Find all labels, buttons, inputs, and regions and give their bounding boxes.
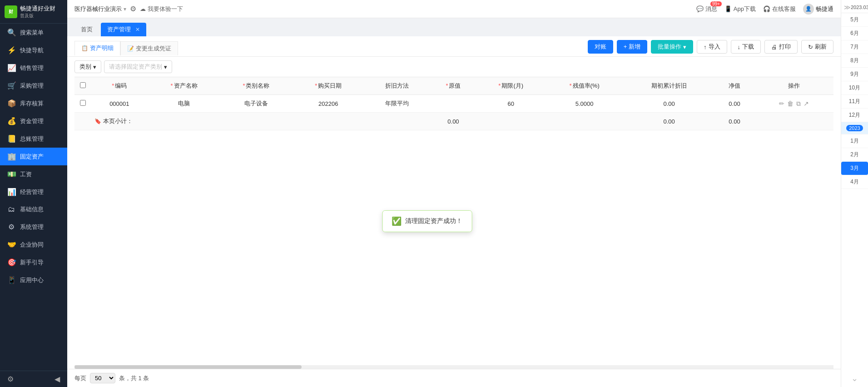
experience-btn[interactable]: ☁ 我要体验一下 [140, 5, 183, 13]
col-code: *编码 [91, 77, 148, 95]
filter-left: 类别 ▾ 请选择固定资产类别 ▾ [74, 60, 172, 73]
tab-assets[interactable]: 资产管理 ✕ [101, 23, 146, 36]
subtab-change-voucher[interactable]: 📝 变更生成凭证 [120, 41, 178, 55]
copy-icon[interactable]: ⧉ [796, 100, 801, 108]
logo-text: 畅捷通好业财 [20, 5, 55, 13]
payroll-icon: 💵 [7, 170, 15, 179]
sidebar-item-search[interactable]: 🔍 搜索菜单 [0, 24, 67, 41]
sidebar-item-ledger[interactable]: 📒 总账管理 [0, 130, 67, 148]
rp-month-1[interactable]: 1月 [841, 134, 868, 148]
rp-month-12[interactable]: 12月 [841, 109, 868, 122]
sidebar-item-assets[interactable]: 🏢 固定资产 [0, 148, 67, 165]
sidebar-item-label: 经营管理 [20, 188, 44, 196]
apps-icon: 📱 [7, 276, 15, 284]
rp-month-6[interactable]: 6月 [841, 27, 868, 40]
table-wrap: *编码 *资产名称 *类别名称 *购买日期 折旧方法 *原值 *期限(月) *残… [67, 77, 841, 365]
rp-month-7[interactable]: 7月 [841, 40, 868, 54]
per-page-select[interactable]: 50 10 20 100 [90, 373, 115, 383]
col-period: *期限(月) [477, 77, 545, 95]
account-btn[interactable]: 对账 [588, 40, 613, 54]
total-label: 条，共 1 条 [119, 374, 149, 382]
sidebar-item-label: 快捷导航 [20, 46, 44, 55]
col-residual-rate: *残值率(%) [545, 77, 624, 95]
rp-year-label: 2023.03 [851, 5, 868, 10]
sidebar-item-purchase[interactable]: 🛒 采购管理 [0, 77, 67, 94]
horizontal-scrollbar[interactable] [74, 365, 833, 369]
rp-year-marker[interactable]: 2023 [841, 122, 868, 134]
assets-icon: 🏢 [7, 152, 15, 161]
refresh-btn[interactable]: ↻ 刷新 [801, 40, 833, 54]
category-filter: 类别 ▾ 请选择固定资产类别 ▾ [74, 60, 172, 73]
sidebar-item-guide[interactable]: 🎯 新手引导 [0, 253, 67, 271]
import-icon: ↑ [704, 44, 707, 50]
scrollbar-thumb[interactable] [74, 365, 302, 369]
topbar-left: 医疗器械行业演示 ▾ ⚙ ☁ 我要体验一下 [74, 5, 183, 13]
category-select[interactable]: 类别 ▾ [74, 60, 101, 73]
subtabs: 📋 资产明细 📝 变更生成凭证 对账 + 新增 批量操作 ▾ ↑ 导入 [67, 36, 841, 57]
search-icon: 🔍 [7, 28, 15, 37]
new-btn[interactable]: + 新增 [617, 40, 647, 54]
rp-month-3[interactable]: 3月 [841, 162, 868, 175]
sidebar-item-inventory[interactable]: 📦 库存核算 [0, 94, 67, 112]
topbar-settings-icon[interactable]: ⚙ [130, 5, 136, 13]
cell-dep-method: 年限平均 [364, 95, 430, 113]
cloud-icon: ☁ [140, 5, 146, 12]
sidebar-logo: 财 畅捷通好业财 普及版 [0, 0, 67, 24]
import-btn[interactable]: ↑ 导入 [697, 40, 727, 54]
sidebar-item-enterprise[interactable]: 🤝 企业协同 [0, 236, 67, 253]
cell-purchase-date: 202206 [292, 95, 364, 113]
cell-name: 电脑 [148, 95, 220, 113]
sidebar-item-apps[interactable]: 📱 应用中心 [0, 271, 67, 289]
rp-scroll-down-icon[interactable]: ⌄ [841, 370, 868, 387]
assets-table: *编码 *资产名称 *类别名称 *购买日期 折旧方法 *原值 *期限(月) *残… [74, 77, 833, 130]
user-menu[interactable]: 👤 畅捷通 [803, 4, 833, 15]
sidebar: 财 畅捷通好业财 普及版 🔍 搜索菜单 ⚡ 快捷导航 📈 销售管理 🛒 采购管理… [0, 0, 67, 387]
category-value-select[interactable]: 请选择固定资产类别 ▾ [104, 60, 172, 73]
content-area: 📋 资产明细 📝 变更生成凭证 对账 + 新增 批量操作 ▾ ↑ 导入 [67, 36, 841, 387]
company-name[interactable]: 医疗器械行业演示 ▾ [74, 5, 126, 13]
col-category: *类别名称 [220, 77, 293, 95]
company-dropdown-icon[interactable]: ▾ [124, 6, 126, 12]
message-btn[interactable]: 💬 消息 99+ [696, 5, 717, 13]
rp-month-8[interactable]: 8月 [841, 54, 868, 68]
settings-icon[interactable]: ⚙ [7, 375, 14, 383]
customer-service-btn[interactable]: 🎧 在线客服 [763, 5, 796, 13]
rp-month-5[interactable]: 5月 [841, 13, 868, 27]
download-btn[interactable]: ↓ 下载 [731, 40, 761, 54]
basic-icon: 🗂 [7, 205, 15, 213]
sidebar-item-system[interactable]: ⚙ 系统管理 [0, 218, 67, 236]
sidebar-item-basic[interactable]: 🗂 基础信息 [0, 201, 67, 218]
tab-close-icon[interactable]: ✕ [135, 26, 140, 33]
collapse-icon[interactable]: ◀ [55, 375, 60, 383]
sidebar-item-capital[interactable]: 💰 资金管理 [0, 112, 67, 130]
sidebar-item-quicknav[interactable]: ⚡ 快捷导航 [0, 41, 67, 59]
sidebar-item-payroll[interactable]: 💵 工资 [0, 165, 67, 183]
enterprise-icon: 🤝 [7, 240, 15, 249]
rp-month-11[interactable]: 11月 [841, 95, 868, 109]
sidebar-item-label: 新手引导 [20, 258, 44, 267]
tab-home[interactable]: 首页 [74, 23, 99, 36]
cell-net-value: 0.00 [714, 95, 755, 113]
doc-icon: 📝 [127, 45, 134, 52]
more-icon[interactable]: ↗ [804, 100, 809, 108]
rp-month-4[interactable]: 4月 [841, 175, 868, 189]
batch-btn[interactable]: 批量操作 ▾ [651, 40, 693, 54]
row-checkbox[interactable] [80, 100, 86, 106]
print-btn[interactable]: 🖨 打印 [764, 40, 798, 54]
rp-month-2[interactable]: 2月 [841, 148, 868, 162]
sidebar-item-sales[interactable]: 📈 销售管理 [0, 59, 67, 77]
app-download-btn[interactable]: 📱 App下载 [724, 5, 756, 13]
phone-icon: 📱 [724, 5, 732, 12]
select-all-checkbox[interactable] [80, 82, 86, 88]
edit-icon[interactable]: ✏ [779, 100, 784, 108]
col-actions: 操作 [754, 77, 833, 95]
col-initial-accumulated: 期初累计折旧 [624, 77, 714, 95]
tabsbar: 首页 资产管理 ✕ [67, 18, 841, 36]
sidebar-item-operations[interactable]: 📊 经营管理 [0, 183, 67, 201]
rp-month-9[interactable]: 9月 [841, 68, 868, 81]
rp-expand-icon[interactable]: ≫ [844, 4, 851, 11]
rp-month-10[interactable]: 10月 [841, 81, 868, 95]
download-icon: ↓ [738, 44, 741, 50]
subtab-assets-detail[interactable]: 📋 资产明细 [74, 41, 120, 56]
delete-icon[interactable]: 🗑 [787, 100, 794, 108]
